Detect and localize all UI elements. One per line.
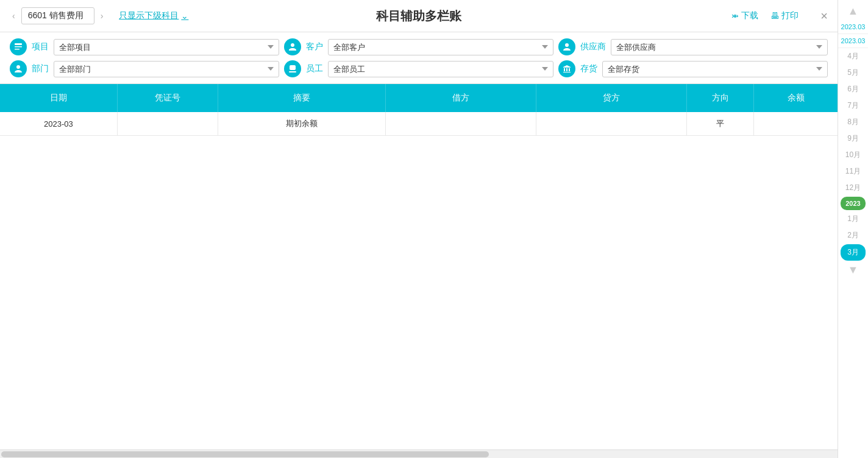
timeline-year-2023[interactable]: 2023 [841,197,866,210]
cell-summary: 期初余额 [218,112,385,136]
svg-rect-5 [290,65,296,70]
filter-employee: 员工 全部员工 [284,60,553,77]
timeline-2023-03-header2[interactable]: 2023.03 [838,34,868,48]
print-button[interactable]: 🖶 打印 [770,10,799,21]
timeline-2023-03-header1[interactable]: 2023.03 [838,20,868,34]
col-credit: 贷方 [536,84,686,112]
timeline-month-4[interactable]: 4月 [838,48,868,65]
filter-supplier: 供应商 全部供应商 [558,38,828,55]
svg-rect-6 [289,71,296,72]
col-voucher: 凭证号 [117,84,218,112]
horizontal-scrollbar[interactable] [0,449,838,458]
header: ‹ 6601 销售费用 › 只显示下级科目 ⌄ 科目辅助多栏账 ⤕ 下载 🖶 打… [0,0,838,32]
timeline-month-11[interactable]: 11月 [838,163,868,180]
cell-direction: 平 [687,112,754,136]
filter-customer: 客户 全部客户 [284,38,553,55]
scrollbar-thumb[interactable] [1,451,489,457]
print-icon: 🖶 [770,11,779,21]
filter-inventory: 存货 全部存货 [558,60,828,77]
table-container: 日期 凭证号 摘要 借方 贷方 方向 余额 2023-03 期初余额 [0,84,838,449]
supplier-icon [558,38,575,55]
cell-voucher [117,112,218,136]
timeline-month-12[interactable]: 12月 [838,180,868,196]
close-button[interactable]: × [820,9,828,23]
timeline-month-10[interactable]: 10月 [838,147,868,163]
cell-date: 2023-03 [0,112,117,136]
timeline-up-arrow[interactable]: ▲ [838,2,868,20]
prev-account-arrow[interactable]: ‹ [10,10,18,22]
filter-project: 项目 全部项目 [10,38,279,55]
ledger-table: 日期 凭证号 摘要 借方 贷方 方向 余额 2023-03 期初余额 [0,84,838,136]
filters-panel: 项目 全部项目 客户 全部客户 [0,32,838,84]
cell-credit [536,112,686,136]
filter-department: 部门 全部部门 [10,60,279,77]
chevron-down-icon: ⌄ [181,11,188,21]
right-sidebar-timeline: ▲ 2023.03 2023.03 4月 5月 6月 7月 8月 9月 10月 … [838,0,868,458]
supplier-select[interactable]: 全部供应商 [611,39,828,55]
timeline-month-3-active[interactable]: 3月 [841,244,866,261]
inventory-icon [558,60,575,77]
show-sub-label: 只显示下级科目 [119,10,179,21]
employee-label: 员工 [306,63,323,74]
department-select[interactable]: 全部部门 [54,61,279,77]
svg-rect-2 [15,49,20,50]
col-date: 日期 [0,84,117,112]
table-header-row: 日期 凭证号 摘要 借方 贷方 方向 余额 [0,84,838,112]
customer-select[interactable]: 全部客户 [328,39,553,55]
download-button[interactable]: ⤕ 下载 [731,10,758,21]
employee-icon [284,60,301,77]
download-label: 下载 [741,10,758,21]
header-left: ‹ 6601 销售费用 › 只显示下级科目 ⌄ [10,7,188,24]
table-row: 2023-03 期初余额 平 [0,112,838,136]
department-label: 部门 [32,63,49,74]
svg-point-4 [16,65,20,69]
timeline-month-5[interactable]: 5月 [838,65,868,81]
content-area: ‹ 6601 销售费用 › 只显示下级科目 ⌄ 科目辅助多栏账 ⤕ 下载 🖶 打… [0,0,838,458]
show-sub-button[interactable]: 只显示下级科目 ⌄ [119,10,188,21]
account-code[interactable]: 6601 销售费用 [21,7,94,24]
timeline-month-9[interactable]: 9月 [838,130,868,147]
timeline-down-arrow[interactable]: ▼ [838,261,868,279]
inventory-label: 存货 [580,63,597,74]
supplier-label: 供应商 [580,41,606,52]
next-account-arrow[interactable]: › [98,10,106,22]
print-label: 打印 [781,10,799,21]
inventory-select[interactable]: 全部存货 [602,61,828,77]
timeline-month-2[interactable]: 2月 [838,227,868,244]
svg-rect-1 [15,46,22,48]
svg-point-3 [565,43,569,47]
download-icon: ⤕ [731,11,739,21]
project-label: 项目 [32,41,49,52]
main-container: ‹ 6601 销售费用 › 只显示下级科目 ⌄ 科目辅助多栏账 ⤕ 下载 🖶 打… [0,0,868,458]
customer-label: 客户 [306,41,323,52]
project-select[interactable]: 全部项目 [54,39,279,55]
cell-balance [754,112,838,136]
timeline-month-6[interactable]: 6月 [838,81,868,97]
employee-select[interactable]: 全部员工 [328,61,553,77]
page-title: 科目辅助多栏账 [376,8,461,24]
svg-rect-0 [15,43,22,45]
project-icon [10,38,27,55]
col-balance: 余额 [754,84,838,112]
col-summary: 摘要 [218,84,385,112]
timeline-month-1[interactable]: 1月 [838,211,868,227]
department-icon [10,60,27,77]
col-debit: 借方 [385,84,536,112]
timeline-month-8[interactable]: 8月 [838,114,868,130]
customer-icon [284,38,301,55]
header-actions: ⤕ 下载 🖶 打印 × [731,9,828,23]
cell-debit [385,112,536,136]
col-direction: 方向 [687,84,754,112]
timeline-month-7[interactable]: 7月 [838,97,868,114]
